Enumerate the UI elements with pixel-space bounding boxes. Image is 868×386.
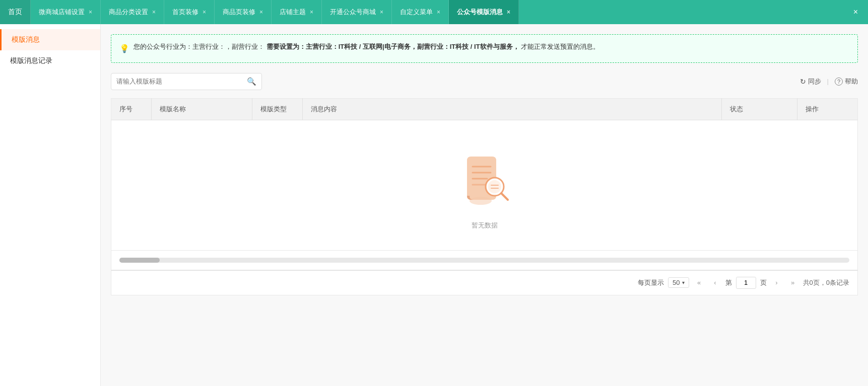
svg-line-7 [501, 193, 508, 200]
sidebar-item-template-msg-log[interactable]: 模版消息记录 [0, 50, 100, 71]
nav-tab-productpage[interactable]: 商品页装修 × [215, 0, 272, 24]
nav-tab-productpage-label: 商品页装修 [223, 8, 255, 17]
nav-tab-theme-close[interactable]: × [310, 9, 313, 16]
top-nav: 首页 微商城店铺设置 × 商品分类设置 × 首页装修 × 商品页装修 × 店铺主… [0, 0, 868, 24]
nav-tab-weshop[interactable]: 微商城店铺设置 × [31, 0, 101, 24]
nav-tab-mall[interactable]: 开通公众号商城 × [322, 0, 392, 24]
col-type: 模版类型 [252, 98, 303, 120]
page-size-label: 每页显示 [638, 278, 664, 287]
empty-illustration [454, 150, 515, 211]
col-seq: 序号 [111, 98, 152, 120]
col-name: 模版名称 [152, 98, 252, 120]
page-size-select[interactable]: 50 ▾ [668, 277, 689, 288]
page-unit-label: 页 [760, 278, 767, 287]
table-header-row: 序号 模版名称 模版类型 消息内容 状态 操作 [111, 98, 858, 120]
last-page-button[interactable]: » [787, 277, 799, 289]
nav-tab-custommenu[interactable]: 自定义菜单 × [392, 0, 449, 24]
nav-tab-templatemsg-close[interactable]: × [507, 9, 510, 16]
nav-tab-mall-label: 开通公众号商城 [330, 8, 376, 17]
page-label: 第 [725, 278, 732, 287]
notice-prefix: 您的公众号行业为：主营行业：，副营行业： [133, 43, 264, 50]
nav-tab-templatemsg-label: 公众号模版消息 [457, 8, 503, 17]
notice-suffix: 才能正常发送预置的消息。 [521, 43, 599, 50]
prev-page-button[interactable]: ‹ [709, 277, 721, 289]
next-page-button[interactable]: › [771, 277, 783, 289]
sidebar-item-template-msg-log-label: 模版消息记录 [10, 56, 52, 64]
nav-tab-category-close[interactable]: × [152, 9, 156, 16]
global-close-button[interactable]: × [853, 8, 858, 17]
sync-button[interactable]: ↻ 同步 [800, 77, 821, 86]
empty-state: 暂无数据 [111, 120, 858, 251]
empty-icon [454, 150, 515, 211]
chevron-down-icon: ▾ [682, 280, 685, 285]
nav-tab-home[interactable]: 首页 [0, 0, 31, 24]
help-icon: ? [835, 78, 843, 86]
nav-tab-weshop-label: 微商城店铺设置 [39, 8, 85, 17]
search-input[interactable] [116, 78, 247, 85]
search-row: 🔍 ↻ 同步 | ? 帮助 [111, 73, 858, 90]
main-layout: 模版消息 模版消息记录 💡 您的公众号行业为：主营行业：，副营行业： 需要设置为… [0, 24, 868, 386]
nav-tab-homepage-close[interactable]: × [203, 9, 206, 16]
sidebar: 模版消息 模版消息记录 [0, 24, 101, 386]
help-label: 帮助 [845, 77, 858, 86]
bulb-icon: 💡 [119, 42, 129, 55]
total-info: 共0页，0条记录 [803, 278, 849, 287]
nav-tab-custommenu-label: 自定义菜单 [400, 8, 433, 17]
sync-icon: ↻ [800, 78, 806, 86]
toolbar-divider: | [827, 78, 829, 85]
nav-tab-category-label: 商品分类设置 [109, 8, 148, 17]
empty-text: 暂无数据 [121, 221, 847, 230]
nav-tab-custommenu-close[interactable]: × [437, 9, 440, 16]
search-input-wrap[interactable]: 🔍 [111, 73, 262, 90]
content-area: 💡 您的公众号行业为：主营行业：，副营行业： 需要设置为：主营行业：IT科技 /… [101, 24, 868, 386]
help-button[interactable]: ? 帮助 [835, 77, 858, 86]
pagination: 每页显示 50 ▾ « ‹ 第 页 › » 共0页，0条记录 [111, 270, 858, 295]
notice-box: 💡 您的公众号行业为：主营行业：，副营行业： 需要设置为：主营行业：IT科技 /… [111, 34, 858, 63]
sync-label: 同步 [808, 77, 821, 86]
nav-tab-theme[interactable]: 店铺主题 × [272, 0, 322, 24]
nav-tab-productpage-close[interactable]: × [259, 9, 263, 16]
nav-tab-homepage[interactable]: 首页装修 × [164, 0, 215, 24]
sidebar-item-template-msg[interactable]: 模版消息 [0, 29, 100, 50]
col-action: 操作 [797, 98, 858, 120]
page-size-value: 50 [673, 279, 680, 286]
first-page-button[interactable]: « [693, 277, 705, 289]
nav-tab-category[interactable]: 商品分类设置 × [101, 0, 164, 24]
nav-tab-weshop-close[interactable]: × [89, 9, 92, 16]
nav-tab-home-label: 首页 [8, 8, 22, 17]
toolbar-right: ↻ 同步 | ? 帮助 [800, 77, 858, 86]
data-table: 序号 模版名称 模版类型 消息内容 状态 操作 [111, 98, 858, 120]
svg-point-6 [488, 180, 501, 193]
nav-tab-templatemsg[interactable]: 公众号模版消息 × [449, 0, 519, 24]
col-content: 消息内容 [303, 98, 722, 120]
nav-tab-theme-label: 店铺主题 [280, 8, 306, 17]
scrollbar-area [111, 251, 858, 270]
search-icon[interactable]: 🔍 [247, 77, 256, 86]
sidebar-item-template-msg-label: 模版消息 [12, 35, 40, 43]
notice-text: 您的公众号行业为：主营行业：，副营行业： 需要设置为：主营行业：IT科技 / 互… [133, 42, 599, 52]
page-number-input[interactable] [736, 277, 756, 289]
nav-tab-homepage-label: 首页装修 [172, 8, 198, 17]
notice-highlight: 需要设置为：主营行业：IT科技 / 互联网|电子商务，副营行业：IT科技 / I… [266, 43, 519, 50]
scrollbar-thumb[interactable] [119, 258, 160, 263]
nav-tab-mall-close[interactable]: × [380, 9, 383, 16]
col-status: 状态 [722, 98, 797, 120]
scrollbar-track[interactable] [119, 258, 849, 263]
